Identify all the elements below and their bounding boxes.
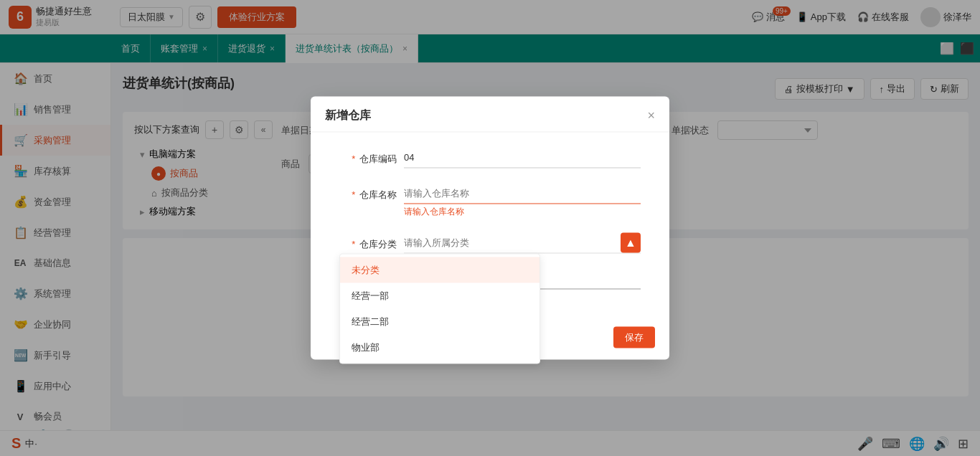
warehouse-name-group: * 仓库名称 请输入仓库名称	[339, 183, 641, 218]
warehouse-code-label: * 仓库编码	[339, 147, 404, 166]
chevron-up-icon: ▲	[625, 237, 636, 250]
category-toggle-button[interactable]: ▲	[621, 233, 641, 253]
save-button[interactable]: 保存	[613, 327, 655, 348]
warehouse-name-error: 请输入仓库名称	[404, 206, 641, 218]
modal-header: 新增仓库 ×	[311, 97, 669, 133]
dropdown-item-property[interactable]: 物业部	[340, 335, 540, 361]
dropdown-item-dept2[interactable]: 经营二部	[340, 309, 540, 335]
warehouse-code-group: * 仓库编码	[339, 147, 641, 168]
category-input[interactable]	[404, 232, 641, 254]
dropdown-item-dept1[interactable]: 经营一部	[340, 283, 540, 309]
category-dropdown: 未分类 经营一部 经营二部 物业部	[339, 254, 540, 364]
add-warehouse-modal: 新增仓库 × * 仓库编码 * 仓库名称 请输入仓库名称	[311, 97, 669, 360]
warehouse-code-input[interactable]	[404, 147, 641, 168]
modal-body: * 仓库编码 * 仓库名称 请输入仓库名称 * 仓库分类	[311, 133, 669, 318]
warehouse-name-label: * 仓库名称	[339, 183, 404, 201]
warehouse-category-label: * 仓库分类	[339, 232, 404, 251]
warehouse-category-group: * 仓库分类 ▲ 未分类 经营一部 经营二部 物业部	[339, 232, 641, 254]
dropdown-item-uncategorized[interactable]: 未分类	[340, 257, 540, 283]
modal-title: 新增仓库	[325, 108, 371, 123]
modal-close-button[interactable]: ×	[647, 108, 655, 123]
warehouse-name-input[interactable]	[404, 183, 641, 204]
